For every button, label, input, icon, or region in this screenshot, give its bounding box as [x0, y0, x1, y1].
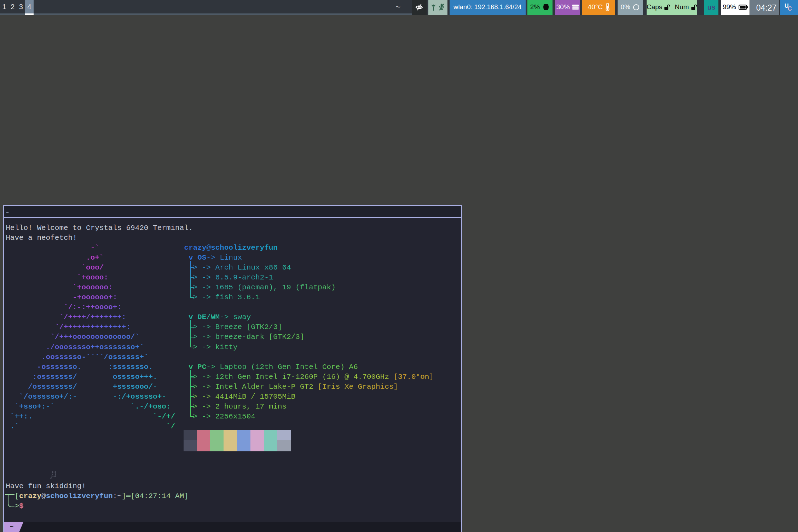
svg-text:C: C — [788, 6, 792, 12]
